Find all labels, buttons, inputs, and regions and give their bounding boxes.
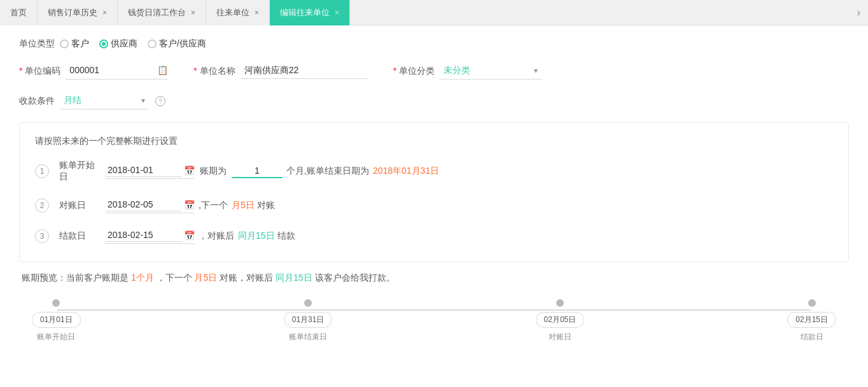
row1-desc-suffix: 个月,账单结束日期为 (286, 165, 369, 177)
payment-condition-row: 收款条件 月结 ▾ ? (19, 92, 849, 109)
timeline-circle-4 (808, 299, 816, 307)
timeline-point-1: 01月01日 账单开始日 (32, 299, 81, 342)
row2-desc-prefix: ,下一个 (199, 200, 228, 211)
row1-desc-prefix: 账期为 (200, 165, 227, 177)
timeline-date-box-4: 02月15日 (787, 312, 836, 328)
row2-label: 对账日 (59, 200, 97, 211)
close-cash-work[interactable]: × (191, 8, 195, 17)
timeline-date-box-3: 02月05日 (536, 312, 585, 328)
row1-period-input[interactable] (232, 164, 283, 178)
code-name-category-row: 单位编码 📋 单位名称 单位分类 未分类 ▾ (19, 62, 849, 80)
preview-section: 账期预览：当前客户账期是 1个月 ，下一个 月5日 对账，对账后 同月15日 该… (19, 272, 849, 284)
preview-end: 该客户会给我打款。 (315, 272, 395, 283)
timeline-items: 01月01日 账单开始日 01月31日 账单结束日 02月05日 对账日 02月… (32, 299, 836, 342)
unit-type-row: 单位类型 客户 供应商 客户/供应商 (19, 38, 849, 50)
preview-period: 1个月 (131, 272, 154, 283)
chevron-down-icon-2: ▾ (141, 96, 145, 105)
timeline-circle-2 (304, 299, 312, 307)
period-row-3: 3 结款日 📅 ，对账后 同月15日 结款 (35, 229, 833, 244)
row3-highlight-day: 同月15日 (238, 230, 275, 242)
tab-bar: 首页 销售订单历史 × 钱货日清工作台 × 往来单位 × 编辑往来单位 × › (0, 0, 868, 25)
row2-date-field[interactable] (105, 198, 181, 211)
row3-date-input: 📅 (105, 229, 195, 244)
preview-pay: 同月15日 (276, 272, 312, 283)
tab-sales-history[interactable]: 销售订单历史 × (38, 0, 118, 25)
tab-edit-partner[interactable]: 编辑往来单位 × (270, 0, 350, 25)
payment-condition-select[interactable]: 月结 ▾ (60, 92, 149, 109)
row3-date-field[interactable] (105, 229, 181, 242)
chevron-down-icon: ▾ (534, 66, 538, 75)
preview-reconcile: 月5日 (194, 272, 217, 283)
row3-label: 结款日 (59, 230, 97, 242)
row1-date-input: 📅 (105, 164, 195, 179)
radio-customer-circle (60, 39, 69, 48)
payment-condition-label: 收款条件 (19, 95, 55, 107)
row1-cal-icon[interactable]: 📅 (184, 165, 195, 176)
unit-name-input[interactable] (241, 63, 368, 79)
step-1: 1 (35, 164, 49, 178)
tab-home[interactable]: 首页 (0, 0, 38, 25)
timeline-label-3: 对账日 (549, 332, 571, 342)
timeline-label-4: 结款日 (801, 332, 823, 342)
timeline-point-3: 02月05日 对账日 (536, 299, 585, 342)
unit-code-input[interactable] (66, 62, 155, 78)
unit-name-label: 单位名称 (193, 66, 235, 77)
timeline-date-box-1: 01月01日 (32, 312, 81, 328)
radio-supplier-circle (99, 39, 108, 48)
tab-cash-work[interactable]: 钱货日清工作台 × (118, 0, 206, 25)
main-content: 单位类型 客户 供应商 客户/供应商 单位编码 📋 单位 (0, 25, 868, 387)
unit-code-label: 单位编码 (19, 66, 60, 77)
tab-more-button[interactable]: › (850, 7, 868, 18)
timeline-circle-1 (52, 299, 60, 307)
close-partner-unit[interactable]: × (255, 8, 259, 17)
unit-type-radio-group: 客户 供应商 客户/供应商 (60, 38, 206, 50)
payment-condition-value: 月结 (64, 95, 136, 106)
row2-desc-suffix: 对账 (257, 200, 275, 211)
row2-cal-icon[interactable]: 📅 (184, 200, 195, 210)
close-edit-partner[interactable]: × (335, 8, 339, 17)
row1-end-date: 2018年01月31日 (373, 165, 439, 177)
preview-after-reconcile: 对账，对账后 (220, 272, 273, 283)
preview-mid: ，下一个 (157, 272, 192, 283)
row1-label: 账单开始日 (59, 160, 97, 183)
step-3: 3 (35, 229, 49, 243)
timeline-label-1: 账单开始日 (37, 332, 75, 342)
period-row-2: 2 对账日 📅 ,下一个 月5日 对账 (35, 198, 833, 213)
row3-cal-icon[interactable]: 📅 (184, 230, 195, 241)
period-title: 请按照未来的一个完整帐期进行设置 (35, 136, 833, 147)
step-2: 2 (35, 199, 49, 213)
timeline-point-2: 01月31日 账单结束日 (284, 299, 333, 342)
timeline-label-2: 账单结束日 (289, 332, 327, 342)
timeline-wrapper: 01月01日 账单开始日 01月31日 账单结束日 02月05日 对账日 02月… (19, 299, 849, 342)
unit-category-select[interactable]: 未分类 ▾ (440, 62, 542, 80)
radio-supplier[interactable]: 供应商 (99, 38, 137, 50)
period-row-1: 1 账单开始日 📅 账期为 个月,账单结束日期为 2018年01月31日 (35, 160, 833, 183)
unit-code-input-wrapper: 📋 (66, 62, 168, 80)
radio-both-circle (148, 39, 157, 48)
timeline-point-4: 02月15日 结款日 (787, 299, 836, 342)
unit-code-group: 单位编码 📋 (19, 62, 168, 80)
unit-category-group: 单位分类 未分类 ▾ (393, 62, 542, 80)
help-icon[interactable]: ? (155, 96, 165, 106)
timeline-date-box-2: 01月31日 (284, 312, 333, 328)
close-sales-history[interactable]: × (102, 8, 107, 17)
unit-name-group: 单位名称 (193, 63, 367, 79)
unit-category-value: 未分类 (444, 65, 529, 76)
unit-type-label: 单位类型 (19, 38, 55, 50)
period-box: 请按照未来的一个完整帐期进行设置 1 账单开始日 📅 账期为 个月,账单结束日期… (19, 122, 849, 262)
row3-desc-prefix: ，对账后 (199, 230, 234, 242)
unit-code-icon[interactable]: 📋 (157, 65, 168, 75)
tab-partner-unit[interactable]: 往来单位 × (206, 0, 270, 25)
radio-both[interactable]: 客户/供应商 (148, 38, 206, 50)
row2-date-input: 📅 (105, 198, 195, 213)
row1-date-field[interactable] (105, 164, 181, 177)
unit-category-label: 单位分类 (393, 66, 435, 77)
radio-customer[interactable]: 客户 (60, 38, 89, 50)
row3-desc-suffix: 结款 (277, 230, 295, 242)
timeline-circle-3 (556, 299, 564, 307)
preview-prefix: 账期预览：当前客户账期是 (22, 272, 129, 283)
row2-highlight-day: 月5日 (232, 200, 255, 211)
